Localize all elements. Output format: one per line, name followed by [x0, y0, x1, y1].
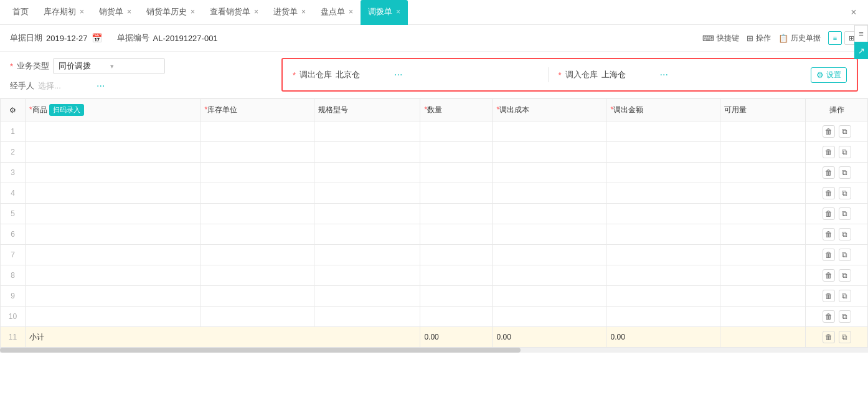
tab-sales-order[interactable]: 销货单 × — [92, 0, 139, 25]
cell-amount[interactable] — [606, 204, 720, 224]
cell-available[interactable] — [720, 204, 806, 224]
cell-quantity[interactable] — [420, 121, 493, 142]
delete-row-icon[interactable]: 🗑 — [823, 187, 835, 199]
cell-unit[interactable] — [200, 163, 314, 183]
cell-available[interactable] — [720, 286, 806, 307]
layout-list-icon[interactable]: ≡ — [828, 31, 842, 45]
cell-product[interactable] — [26, 183, 200, 204]
tab-view-sales[interactable]: 查看销货单 × — [202, 0, 266, 25]
settings-button[interactable]: ⚙ 设置 — [811, 67, 847, 83]
scan-button[interactable]: 扫码录入 — [49, 104, 84, 116]
copy-row-icon[interactable]: ⧉ — [839, 310, 851, 323]
cell-product[interactable] — [26, 142, 200, 163]
cell-cost[interactable] — [493, 224, 606, 245]
close-tab-sales-history[interactable]: × — [191, 7, 195, 16]
scroll-thumb[interactable] — [0, 348, 521, 353]
cell-unit[interactable] — [200, 142, 314, 163]
cell-product[interactable] — [26, 245, 200, 265]
cell-cost[interactable] — [493, 307, 606, 327]
cell-cost[interactable] — [493, 265, 606, 286]
tab-home[interactable]: 首页 — [5, 0, 36, 25]
cell-unit[interactable] — [200, 245, 314, 265]
cell-available[interactable] — [720, 224, 806, 245]
close-tab-purchase-order[interactable]: × — [301, 7, 306, 16]
close-tab-sales-order[interactable]: × — [127, 7, 131, 16]
cell-spec[interactable] — [314, 183, 420, 204]
close-tab-view-sales[interactable]: × — [254, 7, 258, 16]
cell-quantity[interactable] — [420, 245, 493, 265]
delete-row-icon[interactable]: 🗑 — [823, 146, 835, 158]
delete-row-icon[interactable]: 🗑 — [823, 310, 835, 323]
cell-unit[interactable] — [200, 286, 314, 307]
cell-unit[interactable] — [200, 204, 314, 224]
cell-product[interactable] — [26, 286, 200, 307]
tab-inventory-init[interactable]: 库存期初 × — [36, 0, 92, 25]
cell-cost[interactable] — [493, 286, 606, 307]
copy-row-icon[interactable]: ⧉ — [839, 187, 851, 199]
cell-quantity[interactable] — [420, 307, 493, 327]
handler-select[interactable]: 选择... — [38, 80, 88, 92]
delete-row-icon[interactable]: 🗑 — [823, 166, 835, 179]
delete-row-icon[interactable]: 🗑 — [823, 269, 835, 282]
cell-amount[interactable] — [606, 142, 720, 163]
cell-amount[interactable] — [606, 286, 720, 307]
cell-available[interactable] — [720, 307, 806, 327]
transfer-in-more-button[interactable]: ··· — [660, 69, 668, 80]
cell-amount[interactable] — [606, 121, 720, 142]
cell-amount[interactable] — [606, 307, 720, 327]
cell-spec[interactable] — [314, 142, 420, 163]
delete-row-icon[interactable]: 🗑 — [823, 125, 835, 138]
cell-available[interactable] — [720, 163, 806, 183]
cell-available[interactable] — [720, 121, 806, 142]
cell-spec[interactable] — [314, 204, 420, 224]
cell-cost[interactable] — [493, 142, 606, 163]
cell-spec[interactable] — [314, 224, 420, 245]
cell-unit[interactable] — [200, 307, 314, 327]
cell-available[interactable] — [720, 265, 806, 286]
delete-row-icon[interactable]: 🗑 — [823, 290, 835, 302]
history-link[interactable]: 📋 历史单据 — [778, 33, 821, 44]
cell-amount[interactable] — [606, 265, 720, 286]
cell-amount[interactable] — [606, 245, 720, 265]
scroll-track[interactable] — [0, 348, 868, 353]
sidebar-export-icon[interactable]: ↗ — [854, 42, 868, 59]
cell-spec[interactable] — [314, 307, 420, 327]
cell-product[interactable] — [26, 307, 200, 327]
cell-available[interactable] — [720, 183, 806, 204]
cell-quantity[interactable] — [420, 204, 493, 224]
shortcuts-link[interactable]: ⌨ 快捷键 — [702, 33, 739, 44]
col-header-gear[interactable]: ⚙ — [1, 99, 26, 121]
copy-row-icon[interactable]: ⧉ — [839, 207, 851, 220]
copy-row-icon[interactable]: ⧉ — [839, 249, 851, 261]
cell-quantity[interactable] — [420, 265, 493, 286]
cell-cost[interactable] — [493, 163, 606, 183]
cell-unit[interactable] — [200, 224, 314, 245]
cell-unit[interactable] — [200, 265, 314, 286]
cell-cost[interactable] — [493, 245, 606, 265]
cell-available[interactable] — [720, 245, 806, 265]
delete-row-icon[interactable]: 🗑 — [823, 228, 835, 240]
cell-product[interactable] — [26, 224, 200, 245]
calendar-icon[interactable]: 📅 — [92, 33, 102, 43]
tab-inventory-check[interactable]: 盘点单 × — [313, 0, 361, 25]
cell-spec[interactable] — [314, 245, 420, 265]
cell-spec[interactable] — [314, 265, 420, 286]
copy-row-icon[interactable]: ⧉ — [839, 146, 851, 158]
cell-available[interactable] — [720, 142, 806, 163]
cell-product[interactable] — [26, 265, 200, 286]
transfer-out-more-button[interactable]: ··· — [394, 69, 402, 80]
cell-spec[interactable] — [314, 163, 420, 183]
tab-sales-history[interactable]: 销货单历史 × — [139, 0, 202, 25]
cell-spec[interactable] — [314, 286, 420, 307]
tab-transfer-order[interactable]: 调拨单 × — [361, 0, 408, 25]
cell-unit[interactable] — [200, 121, 314, 142]
cell-unit[interactable] — [200, 183, 314, 204]
cell-quantity[interactable] — [420, 286, 493, 307]
cell-amount[interactable] — [606, 224, 720, 245]
close-tab-inventory-check[interactable]: × — [349, 7, 353, 16]
cell-cost[interactable] — [493, 204, 606, 224]
cell-cost[interactable] — [493, 183, 606, 204]
close-tab-transfer-order[interactable]: × — [396, 7, 400, 16]
copy-row-icon[interactable]: ⧉ — [839, 269, 851, 282]
cell-product[interactable] — [26, 163, 200, 183]
